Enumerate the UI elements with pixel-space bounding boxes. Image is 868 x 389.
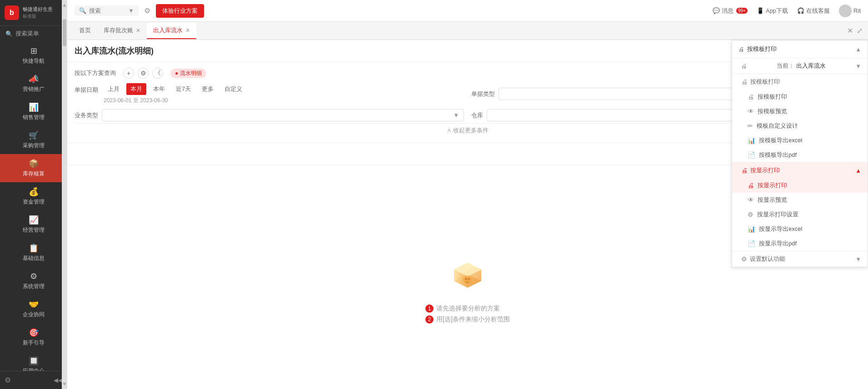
- tab-inventory-batch-close[interactable]: ✕: [136, 27, 140, 34]
- date-btn-this-month[interactable]: 本月: [126, 83, 146, 95]
- display-print-settings-item[interactable]: ⚙ 按显示打印设置: [732, 207, 868, 222]
- template-print-section: 🖨 按模板打印 🖨 按模板打印 👁 按模板预览 ✏ 模板自定义设计 📊 按模板导…: [732, 74, 868, 163]
- display-print-section-icon: 🖨: [741, 167, 748, 174]
- page-title: 出入库流水(流水明细): [75, 45, 154, 56]
- doc-type-label: 单据类型: [471, 90, 495, 98]
- top-search-dropdown-icon[interactable]: ▼: [128, 7, 134, 14]
- sidebar-item-label-enterprise: 企业协同: [23, 311, 45, 319]
- app-version: 标准版: [23, 13, 53, 20]
- print-current-header[interactable]: 🖨 当前： 出入库流水 ▼: [732, 58, 868, 74]
- display-print-item[interactable]: 🖨 按显示打印: [732, 178, 868, 193]
- filter-collapse-button[interactable]: 《: [152, 68, 163, 79]
- sidebar-settings-icon[interactable]: ⚙: [5, 376, 11, 384]
- template-export-excel-item[interactable]: 📊 按模板导出excel: [732, 133, 868, 148]
- app-download-button[interactable]: 📱 App下载: [757, 7, 788, 15]
- tab-home[interactable]: 首页: [73, 23, 97, 39]
- app-center-icon: 🔲: [29, 356, 39, 366]
- print-panel-header[interactable]: 🖨 按模板打印 ▲: [732, 40, 868, 58]
- quick-nav-icon: ⊞: [30, 46, 37, 56]
- sidebar-item-inventory[interactable]: 📦 库存核算: [0, 154, 67, 182]
- sidebar-item-basic[interactable]: 📋 基础信息: [0, 239, 67, 267]
- print-panel-chevron-up: ▲: [855, 46, 861, 53]
- display-preview-label: 按显示预览: [758, 196, 787, 204]
- display-preview-item[interactable]: 👁 按显示预览: [732, 193, 868, 207]
- tab-close-window-icon[interactable]: ✕: [847, 26, 853, 35]
- message-button[interactable]: 💬 消息 99+: [713, 7, 748, 15]
- gear-icon: ⚙: [140, 70, 146, 77]
- sidebar-scroll-thumb[interactable]: [63, 19, 66, 46]
- template-export-pdf-icon: 📄: [748, 151, 755, 159]
- app-name-block: 畅捷通好生意 标准版: [23, 6, 53, 19]
- sidebar-item-label-app-center: 应用中心: [23, 367, 45, 371]
- top-gear-icon[interactable]: ⚙: [144, 6, 150, 15]
- filter-add-button[interactable]: +: [123, 68, 134, 79]
- display-print-section-header[interactable]: 🖨 按显示打印 ▲: [732, 163, 868, 178]
- template-export-pdf-label: 按模板导出pdf: [759, 151, 797, 159]
- template-export-pdf-item[interactable]: 📄 按模板导出pdf: [732, 148, 868, 162]
- date-range-display: 2023-06-01 至 2023-06-30: [104, 97, 246, 105]
- date-btn-this-year[interactable]: 本年: [149, 83, 169, 95]
- sidebar-search[interactable]: 🔍 搜索菜单: [0, 26, 67, 41]
- top-search-box[interactable]: 🔍 ▼: [75, 5, 139, 16]
- app-name: 畅捷通好生意: [23, 6, 53, 13]
- template-print-item[interactable]: 🖨 按模板打印: [732, 90, 868, 104]
- sidebar-item-sales[interactable]: 📊 销售管理: [0, 98, 67, 126]
- tab-inventory-batch[interactable]: 库存批次账 ✕: [97, 23, 147, 39]
- empty-state-icon: [445, 254, 490, 299]
- svg-point-6: [465, 278, 467, 280]
- scroll-up-arrow[interactable]: ▲: [60, 0, 69, 10]
- display-export-excel-label: 按显示导出excel: [759, 225, 802, 233]
- template-print-item-label: 按模板打印: [758, 93, 787, 101]
- print-current-text: 当前：: [777, 62, 794, 70]
- set-default-header[interactable]: ⚙ 设置默认功能 ▼: [732, 251, 868, 267]
- tab-expand-window-icon[interactable]: ⤢: [857, 26, 863, 35]
- message-label: 消息: [722, 7, 733, 15]
- empty-hint-2-text: 用[选]条件来缩小分析范围: [436, 315, 510, 324]
- tab-inout-flow-close[interactable]: ✕: [185, 27, 190, 34]
- sidebar-item-label-quick-nav: 快捷导航: [23, 57, 45, 65]
- template-print-section-icon: 🖨: [741, 78, 748, 85]
- tab-inventory-batch-label: 库存批次账: [104, 26, 133, 35]
- sidebar-item-guide[interactable]: 🎯 新手引导: [0, 323, 67, 351]
- print-current-label: 当前： 出入库流水: [777, 62, 826, 70]
- top-search-input[interactable]: [89, 7, 125, 14]
- sidebar-item-purchase[interactable]: 🛒 采购管理: [0, 126, 67, 154]
- online-service-button[interactable]: 🎧 在线客服: [797, 7, 830, 15]
- sidebar-item-system[interactable]: ⚙ 系统管理: [0, 267, 67, 295]
- display-export-excel-item[interactable]: 📊 按显示导出excel: [732, 222, 868, 236]
- display-print-settings-icon: ⚙: [748, 211, 753, 218]
- sidebar-item-enterprise[interactable]: 🤝 企业协同: [0, 295, 67, 323]
- user-avatar-button[interactable]: Rit: [839, 5, 861, 17]
- filter-settings-button[interactable]: ⚙: [138, 68, 149, 79]
- print-icon-header: 🖨: [738, 46, 744, 53]
- sidebar-item-label-marketing: 营销推广: [23, 85, 45, 93]
- sidebar-item-label-system: 系统管理: [23, 283, 45, 290]
- sidebar-item-finance[interactable]: 💰 资金管理: [0, 182, 67, 210]
- template-print-section-header[interactable]: 🖨 按模板打印: [732, 74, 868, 90]
- template-customize-item[interactable]: ✏ 模板自定义设计: [732, 119, 868, 133]
- template-preview-item[interactable]: 👁 按模板预览: [732, 104, 868, 119]
- active-filter-tag[interactable]: ● 流水明细: [170, 69, 206, 78]
- tab-inout-flow[interactable]: 出入库流水 ✕: [147, 23, 196, 39]
- date-btn-7days[interactable]: 近7天: [172, 83, 195, 95]
- date-btn-last-month[interactable]: 上月: [104, 83, 124, 95]
- display-export-pdf-item[interactable]: 📄 按显示导出pdf: [732, 236, 868, 251]
- display-print-settings-label: 按显示打印设置: [757, 210, 798, 219]
- app-logo-icon: b: [5, 5, 19, 20]
- biz-type-select[interactable]: ▼: [102, 109, 464, 121]
- sidebar-item-app-center[interactable]: 🔲 应用中心: [0, 351, 67, 371]
- sidebar-item-label-inventory: 库存核算: [23, 170, 45, 178]
- hint-num-2: 2: [425, 315, 434, 324]
- industry-plan-button[interactable]: 体验行业方案: [156, 4, 204, 18]
- sidebar-scrollbar[interactable]: ▲ ▼: [62, 0, 67, 389]
- sidebar-item-quick-nav[interactable]: ⊞ 快捷导航: [0, 41, 67, 70]
- sidebar-item-label-basic: 基础信息: [23, 254, 45, 262]
- sidebar-item-marketing[interactable]: 📣 营销推广: [0, 70, 67, 98]
- date-filter-group: 单据日期 上月 本月 本年 近7天 更多 自定义 2023-06-01 至: [75, 83, 464, 105]
- template-customize-icon: ✏: [748, 122, 753, 130]
- date-btn-more[interactable]: 更多: [198, 83, 218, 95]
- sidebar-item-operation[interactable]: 📈 经营管理: [0, 210, 67, 239]
- date-btn-custom[interactable]: 自定义: [220, 83, 246, 95]
- sales-icon: 📊: [29, 102, 39, 112]
- scroll-down-arrow[interactable]: ▼: [60, 379, 69, 389]
